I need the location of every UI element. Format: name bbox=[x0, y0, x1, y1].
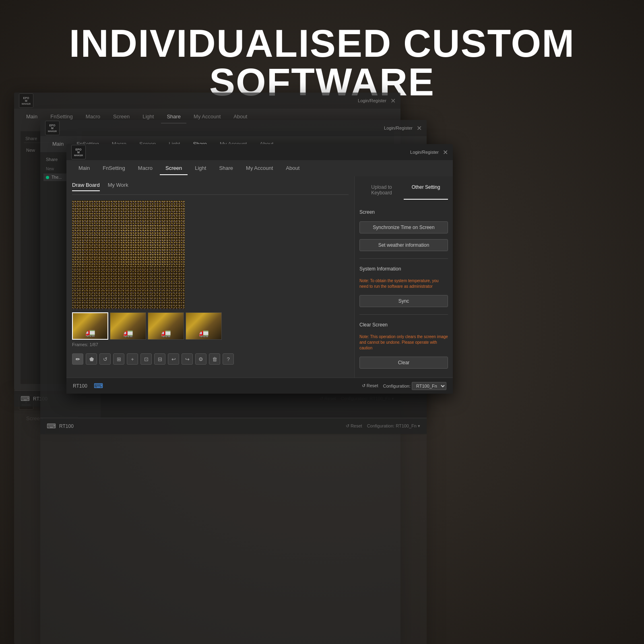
device-label-3: RT100 bbox=[73, 383, 87, 389]
reset-btn-2[interactable]: ↺ Reset bbox=[346, 423, 362, 429]
section-system-label: System Information bbox=[359, 266, 448, 272]
thumb-1[interactable] bbox=[72, 312, 108, 340]
tool-help[interactable]: ? bbox=[223, 353, 234, 365]
system-note: Note: To obtain the system temperature, … bbox=[359, 278, 448, 289]
tab-other-setting[interactable]: Other Setting bbox=[404, 181, 448, 200]
titlebar-3: EPOMMAKER Login/Register ✕ bbox=[66, 144, 453, 160]
nav-main-1[interactable]: Main bbox=[21, 110, 43, 124]
frames-counter: Frames: 1/87 bbox=[72, 342, 349, 347]
thumb-3[interactable] bbox=[148, 312, 184, 340]
nav-macro-3[interactable]: Macro bbox=[132, 162, 158, 175]
tool-rotate[interactable]: ↺ bbox=[99, 353, 111, 365]
thumb-4[interactable] bbox=[186, 312, 222, 340]
status-bar-2: ⌨ RT100 ↺ Reset Configuration: RT100_Fn … bbox=[40, 418, 427, 434]
nav-fnsetting-3[interactable]: FnSetting bbox=[97, 162, 131, 175]
draw-canvas[interactable] bbox=[72, 200, 185, 309]
tool-add[interactable]: + bbox=[127, 353, 138, 365]
tool-bar: ✏ ⬟ ↺ ⊞ + ⊡ ⊟ ↩ ↪ ⚙ 🗑 ? bbox=[72, 351, 349, 367]
tool-redo[interactable]: ↪ bbox=[182, 353, 193, 365]
nav-screen-3[interactable]: Screen bbox=[160, 162, 188, 175]
tool-remove[interactable]: ⊟ bbox=[154, 353, 165, 365]
config-label-3: Configuration: RT100_Fn bbox=[383, 382, 446, 390]
logo-box-3: EPOMMAKER bbox=[71, 145, 86, 159]
tab-draw-board[interactable]: Draw Board bbox=[72, 182, 100, 191]
svg-rect-3 bbox=[72, 200, 185, 266]
page-headline: INDIVIDUALISED CUSTOM SOFTWARE bbox=[0, 24, 644, 101]
thumb-2[interactable] bbox=[110, 312, 146, 340]
tab-upload-keyboard[interactable]: Upload to Keyboard bbox=[359, 181, 404, 200]
keyboard-icon-3: ⌨ bbox=[94, 382, 103, 390]
thumb-img-4 bbox=[186, 313, 221, 339]
tool-eraser[interactable]: ⬟ bbox=[86, 353, 97, 365]
close-btn-2[interactable]: ✕ bbox=[417, 124, 422, 132]
divider-1 bbox=[359, 258, 448, 259]
btn-weather[interactable]: Set weather information bbox=[359, 239, 448, 251]
thumb-img-2 bbox=[110, 313, 146, 339]
btn-sync[interactable]: Sync bbox=[359, 295, 448, 307]
clear-note: Note: This operation only clears the scr… bbox=[359, 334, 448, 351]
logo-box-1: EPOMMAKER bbox=[19, 93, 33, 108]
section-clear-label: Clear Screen bbox=[359, 322, 448, 328]
tool-pencil[interactable]: ✏ bbox=[72, 353, 83, 365]
tool-settings[interactable]: ⚙ bbox=[195, 353, 206, 365]
panel-tab-bar: Upload to Keyboard Other Setting bbox=[359, 181, 448, 200]
logo-1: EPOMMAKER bbox=[19, 93, 33, 108]
canvas-image bbox=[72, 200, 185, 309]
nav-myaccount-3[interactable]: My Account bbox=[240, 162, 279, 175]
svg-rect-5 bbox=[84, 241, 149, 293]
svg-rect-6 bbox=[120, 225, 169, 265]
section-screen-label: Screen bbox=[359, 209, 448, 215]
thumb-img-1 bbox=[73, 313, 107, 339]
login-link-1[interactable]: Login/Register bbox=[358, 98, 386, 103]
tool-select[interactable]: ⊡ bbox=[140, 353, 152, 365]
filmstrip bbox=[72, 312, 349, 341]
status-bar-3: RT100 ⌨ ↺ Reset Configuration: RT100_Fn bbox=[66, 378, 453, 394]
keyboard-icon-1: ⌨ bbox=[21, 395, 30, 402]
inner-tab-bar: Draw Board My Work bbox=[72, 182, 349, 195]
btn-sync-time[interactable]: Synchronize Time on Screen bbox=[359, 221, 448, 233]
nav-main-3[interactable]: Main bbox=[73, 162, 95, 175]
window-front: EPOMMAKER Login/Register ✕ Main FnSettin… bbox=[66, 144, 453, 394]
tab-my-work[interactable]: My Work bbox=[108, 182, 128, 191]
keyboard-icon-2: ⌨ bbox=[47, 422, 56, 430]
nav-light-3[interactable]: Light bbox=[189, 162, 212, 175]
btn-clear[interactable]: Clear bbox=[359, 357, 448, 369]
nav-bar-3: Main FnSetting Macro Screen Light Share … bbox=[66, 160, 453, 176]
titlebar-2: EPOMMAKER Login/Register ✕ bbox=[40, 120, 427, 136]
svg-rect-2 bbox=[72, 200, 185, 309]
device-name-3: RT100 bbox=[73, 383, 87, 389]
tool-undo[interactable]: ↩ bbox=[168, 353, 179, 365]
divider-2 bbox=[359, 314, 448, 315]
logo-box-2: EPOMMAKER bbox=[45, 121, 60, 135]
login-link-3[interactable]: Login/Register bbox=[410, 150, 439, 155]
nav-share-3[interactable]: Share bbox=[213, 162, 239, 175]
logo-3: EPOMMAKER bbox=[71, 145, 86, 159]
config-label-2: Configuration: RT100_Fn ▾ bbox=[367, 423, 420, 429]
login-link-2[interactable]: Login/Register bbox=[384, 126, 413, 130]
green-dot-2 bbox=[46, 176, 49, 179]
close-btn-3[interactable]: ✕ bbox=[443, 149, 448, 156]
svg-rect-4 bbox=[72, 200, 185, 255]
config-select-3[interactable]: RT100_Fn bbox=[412, 382, 446, 390]
nav-main-2[interactable]: Main bbox=[47, 138, 69, 151]
dot-text-2: The... bbox=[52, 175, 62, 180]
window-shadow-2: EPOMMAKER bbox=[40, 419, 427, 644]
titlebar-1: EPOMMAKER Login/Register ✕ bbox=[14, 93, 400, 109]
close-btn-1[interactable]: ✕ bbox=[390, 97, 396, 105]
nav-about-3[interactable]: About bbox=[280, 162, 305, 175]
thumb-img-3 bbox=[148, 313, 184, 339]
logo-2: EPOMMAKER bbox=[45, 121, 60, 135]
device-label-2: ⌨ RT100 bbox=[47, 422, 74, 430]
tool-grid[interactable]: ⊞ bbox=[113, 353, 124, 365]
right-panel: Upload to Keyboard Other Setting Screen … bbox=[354, 176, 453, 378]
reset-btn-3[interactable]: ↺ Reset bbox=[362, 383, 378, 388]
tool-delete[interactable]: 🗑 bbox=[209, 353, 220, 365]
pixel-art-svg bbox=[72, 200, 185, 309]
